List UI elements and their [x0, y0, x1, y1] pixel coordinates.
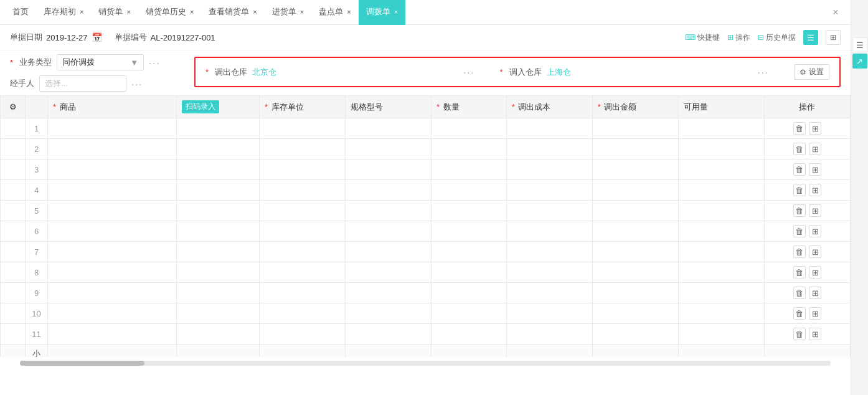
row-qty-cell[interactable]: [431, 283, 506, 303]
row-spec-cell[interactable]: [345, 262, 431, 283]
bottom-scrollbar[interactable]: [0, 357, 851, 369]
row-spec-cell[interactable]: [345, 118, 431, 139]
tab-view-sales[interactable]: 查看销货单 ×: [201, 0, 264, 25]
row-amount-cell[interactable]: [592, 159, 678, 180]
business-more-btn[interactable]: ···: [149, 57, 161, 68]
row-spec-cell[interactable]: [345, 283, 431, 303]
copy-icon[interactable]: ⊞: [809, 307, 821, 320]
row-amount-cell[interactable]: [592, 139, 678, 159]
tab-inventory-init[interactable]: 库存期初 ×: [36, 0, 91, 25]
delete-icon[interactable]: 🗑: [793, 245, 806, 258]
row-spec-cell[interactable]: [345, 242, 431, 262]
business-type-select[interactable]: 同价调拨 ▼: [57, 54, 144, 70]
row-product-cell[interactable]: [48, 159, 177, 180]
row-cost-cell[interactable]: [506, 221, 592, 242]
row-product-cell[interactable]: [48, 139, 177, 159]
row-product-cell[interactable]: [48, 180, 177, 201]
delete-icon[interactable]: 🗑: [793, 163, 806, 176]
row-unit-cell[interactable]: [259, 242, 345, 262]
in-more-btn[interactable]: ···: [757, 67, 769, 77]
row-unit-cell[interactable]: [259, 139, 345, 159]
row-spec-cell[interactable]: [345, 303, 431, 324]
row-amount-cell[interactable]: [592, 303, 678, 324]
row-amount-cell[interactable]: [592, 201, 678, 221]
settings-button[interactable]: ⚙ 设置: [794, 64, 829, 80]
row-amount-cell[interactable]: [592, 262, 678, 283]
tab-sales-history[interactable]: 销货单历史 ×: [138, 0, 201, 25]
row-cost-cell[interactable]: [506, 324, 592, 345]
row-spec-cell[interactable]: [345, 159, 431, 180]
row-spec-cell[interactable]: [345, 221, 431, 242]
delete-icon[interactable]: 🗑: [793, 204, 806, 217]
copy-icon[interactable]: ⊞: [809, 163, 821, 176]
copy-icon[interactable]: ⊞: [809, 287, 821, 299]
row-unit-cell[interactable]: [259, 262, 345, 283]
row-qty-cell[interactable]: [431, 303, 506, 324]
row-product-cell[interactable]: [48, 262, 177, 283]
row-unit-cell[interactable]: [259, 303, 345, 324]
tab-purchase[interactable]: 进货单 ×: [265, 0, 311, 25]
delete-icon[interactable]: 🗑: [793, 184, 806, 196]
row-spec-cell[interactable]: [345, 324, 431, 345]
tab-sales-order[interactable]: 销货单 ×: [91, 0, 138, 25]
out-warehouse-value[interactable]: 北京仓: [252, 67, 276, 78]
row-product-cell[interactable]: [48, 303, 177, 324]
row-cost-cell[interactable]: [506, 180, 592, 201]
list-view-btn[interactable]: ☰: [803, 30, 818, 45]
row-qty-cell[interactable]: [431, 118, 506, 139]
delete-icon[interactable]: 🗑: [793, 143, 806, 155]
doc-date-value[interactable]: 2019-12-27: [46, 33, 88, 42]
row-qty-cell[interactable]: [431, 262, 506, 283]
copy-icon[interactable]: ⊞: [809, 225, 821, 237]
tab-stocktake[interactable]: 盘点单 ×: [311, 0, 358, 25]
row-unit-cell[interactable]: [259, 118, 345, 139]
row-cost-cell[interactable]: [506, 139, 592, 159]
copy-icon[interactable]: ⊞: [809, 245, 821, 258]
copy-icon[interactable]: ⊞: [809, 122, 821, 135]
delete-icon[interactable]: 🗑: [793, 122, 806, 135]
row-cost-cell[interactable]: [506, 159, 592, 180]
row-product-cell[interactable]: [48, 118, 177, 139]
col-header-gear[interactable]: ⚙: [1, 96, 26, 118]
tab-close-sales-order[interactable]: ×: [126, 8, 130, 16]
window-close-button[interactable]: ×: [826, 2, 846, 22]
grid-view-btn[interactable]: ⊞: [826, 30, 841, 45]
row-cost-cell[interactable]: [506, 118, 592, 139]
tab-close-purchase[interactable]: ×: [300, 8, 304, 16]
copy-icon[interactable]: ⊞: [809, 143, 821, 155]
row-product-cell[interactable]: [48, 283, 177, 303]
sidebar-list-icon[interactable]: ☰: [852, 37, 867, 52]
row-product-cell[interactable]: [48, 221, 177, 242]
calendar-icon[interactable]: 📅: [92, 32, 102, 42]
row-qty-cell[interactable]: [431, 221, 506, 242]
shortcut-btn[interactable]: ⌨ 快捷键: [685, 32, 720, 43]
row-qty-cell[interactable]: [431, 180, 506, 201]
scan-btn[interactable]: 扫码录入: [182, 100, 219, 113]
row-qty-cell[interactable]: [431, 324, 506, 345]
copy-icon[interactable]: ⊞: [809, 184, 821, 196]
row-cost-cell[interactable]: [506, 262, 592, 283]
row-unit-cell[interactable]: [259, 324, 345, 345]
tab-transfer[interactable]: 调拨单 ×: [359, 0, 405, 25]
row-amount-cell[interactable]: [592, 283, 678, 303]
tab-close-sales-history[interactable]: ×: [190, 8, 194, 16]
row-amount-cell[interactable]: [592, 180, 678, 201]
row-amount-cell[interactable]: [592, 324, 678, 345]
row-product-cell[interactable]: [48, 324, 177, 345]
tab-close-inventory-init[interactable]: ×: [80, 8, 83, 16]
history-btn[interactable]: ⊟ 历史单据: [758, 32, 796, 43]
tab-close-view-sales[interactable]: ×: [253, 8, 257, 16]
row-cost-cell[interactable]: [506, 303, 592, 324]
handler-select[interactable]: 选择...: [39, 75, 126, 92]
row-unit-cell[interactable]: [259, 221, 345, 242]
row-cost-cell[interactable]: [506, 201, 592, 221]
delete-icon[interactable]: 🗑: [793, 328, 806, 340]
row-spec-cell[interactable]: [345, 201, 431, 221]
row-amount-cell[interactable]: [592, 118, 678, 139]
row-spec-cell[interactable]: [345, 139, 431, 159]
delete-icon[interactable]: 🗑: [793, 266, 806, 278]
operation-btn[interactable]: ⊞ 操作: [727, 32, 750, 43]
row-qty-cell[interactable]: [431, 139, 506, 159]
tab-close-transfer[interactable]: ×: [394, 8, 398, 16]
delete-icon[interactable]: 🗑: [793, 287, 806, 299]
